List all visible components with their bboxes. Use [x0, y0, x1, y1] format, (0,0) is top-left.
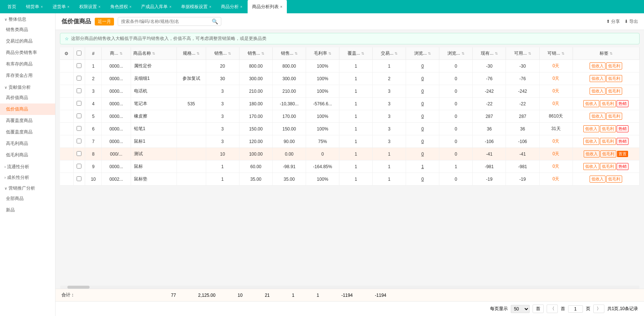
column-spec[interactable]: 规格... ⇅: [177, 47, 206, 60]
sidebar-item-high-margin[interactable]: 高毛利商品: [0, 138, 55, 149]
cell-views1[interactable]: 0: [406, 85, 439, 98]
filter-button[interactable]: 近一月: [95, 18, 114, 26]
cell-views1[interactable]: 0: [406, 60, 439, 72]
views-link[interactable]: 0: [421, 126, 424, 132]
sidebar-group-contribution[interactable]: ∨ 贡献值分析: [0, 81, 55, 92]
column-views1[interactable]: 浏览... ⇅: [406, 47, 439, 60]
sidebar-item-low-value[interactable]: 低价值商品: [0, 103, 55, 115]
column-gross-rate[interactable]: 毛利率 ⇅: [306, 47, 339, 60]
close-icon[interactable]: ×: [280, 5, 282, 9]
column-code[interactable]: 商... ⇅: [102, 47, 131, 60]
row-checkbox[interactable]: [77, 88, 81, 93]
cell-checkbox[interactable]: [73, 160, 85, 173]
views-link[interactable]: 0: [421, 114, 424, 119]
row-checkbox[interactable]: [77, 139, 81, 143]
sidebar-group-circulation[interactable]: › 流通性分析: [0, 161, 55, 171]
column-checkbox[interactable]: [73, 47, 85, 60]
first-page-button[interactable]: 首: [533, 305, 544, 313]
sidebar-group-overall[interactable]: ∨ 整体信息: [0, 13, 55, 24]
cell-checkbox[interactable]: [73, 98, 85, 110]
row-checkbox[interactable]: [77, 151, 81, 156]
column-sales-avg[interactable]: 销售... ⇅: [272, 47, 306, 60]
sidebar-item-sales-products[interactable]: 销售类商品: [0, 24, 55, 35]
nav-product-analysis-list[interactable]: 商品分析列表 ×: [248, 0, 287, 13]
sidebar-item-stock-capital[interactable]: 库存资金占用: [0, 70, 55, 81]
per-page-select[interactable]: 50 100: [511, 305, 530, 313]
nav-product-analysis[interactable]: 商品分析 ×: [217, 0, 247, 13]
column-settings[interactable]: ⚙: [60, 47, 73, 60]
sidebar-item-high-value[interactable]: 高价值商品: [0, 92, 55, 103]
cell-views1[interactable]: 1: [406, 160, 439, 173]
close-icon[interactable]: ×: [67, 5, 70, 9]
page-number-input[interactable]: [568, 305, 583, 313]
row-checkbox[interactable]: [77, 101, 81, 106]
sidebar-item-traded-products[interactable]: 交易过的商品: [0, 35, 55, 47]
nav-template-setting[interactable]: 单据模板设置 ×: [177, 0, 216, 13]
row-checkbox[interactable]: [77, 176, 81, 181]
cell-checkbox[interactable]: [73, 173, 85, 186]
cell-checkbox[interactable]: [73, 148, 85, 160]
views-link[interactable]: 0: [421, 152, 424, 157]
column-current-stock[interactable]: 现有... ⇅: [473, 47, 506, 60]
cell-views1[interactable]: 0: [406, 123, 439, 135]
next-page-button[interactable]: 〉: [593, 305, 604, 313]
cell-checkbox[interactable]: [73, 72, 85, 85]
nav-purchase-order[interactable]: 进货单 ×: [48, 0, 74, 13]
cell-checkbox[interactable]: [73, 110, 85, 123]
row-checkbox[interactable]: [77, 113, 81, 118]
share-button[interactable]: ⬆ 分享: [606, 18, 620, 25]
sidebar-group-growth[interactable]: › 成长性分析: [0, 171, 55, 182]
column-available[interactable]: 可用... ⇅: [506, 47, 539, 60]
cell-checkbox[interactable]: [73, 85, 85, 98]
cell-views1[interactable]: 0: [406, 110, 439, 123]
cell-checkbox[interactable]: [73, 135, 85, 148]
close-icon[interactable]: ×: [209, 5, 211, 9]
cell-views1[interactable]: 0: [406, 148, 439, 160]
column-sales-qty[interactable]: 销售... ⇅: [206, 47, 239, 60]
row-checkbox[interactable]: [77, 126, 81, 131]
close-icon[interactable]: ×: [130, 5, 132, 9]
scrollbar-thumb[interactable]: [67, 286, 90, 289]
search-input[interactable]: [121, 19, 209, 24]
sidebar-item-all-products[interactable]: 全部商品: [0, 193, 55, 204]
column-sales-amount[interactable]: 销售... ⇅: [239, 47, 272, 60]
cell-views1[interactable]: 0: [406, 135, 439, 148]
nav-role-auth[interactable]: 角色授权 ×: [106, 0, 136, 13]
column-views2[interactable]: 浏览... ⇅: [439, 47, 473, 60]
export-button[interactable]: ⬇ 导出: [624, 18, 638, 25]
nav-home[interactable]: 首页: [3, 0, 21, 13]
select-all-checkbox[interactable]: [77, 51, 81, 55]
sidebar-item-low-coverage[interactable]: 低覆盖度商品: [0, 126, 55, 138]
row-checkbox[interactable]: [77, 164, 81, 169]
sidebar-item-stock-products[interactable]: 有库存的商品: [0, 58, 55, 70]
cell-views1[interactable]: 0: [406, 72, 439, 85]
prev-page-button[interactable]: 〈: [547, 305, 558, 313]
search-icon[interactable]: 🔍: [212, 18, 218, 24]
close-icon[interactable]: ×: [98, 5, 101, 9]
close-icon[interactable]: ×: [240, 5, 242, 9]
row-checkbox[interactable]: [77, 63, 81, 68]
column-transaction[interactable]: 交易... ⇅: [373, 47, 406, 60]
column-saleable[interactable]: 可销... ⇅: [539, 47, 573, 60]
nav-product-inbound[interactable]: 产成品入库单 ×: [137, 0, 176, 13]
close-icon[interactable]: ×: [41, 5, 43, 9]
cell-checkbox[interactable]: [73, 60, 85, 72]
row-checkbox[interactable]: [77, 76, 81, 81]
column-coverage[interactable]: 覆盖... ⇅: [339, 47, 373, 60]
views-link[interactable]: 0: [421, 64, 424, 69]
nav-sales-order[interactable]: 销货单 ×: [21, 0, 47, 13]
views-link[interactable]: 0: [421, 89, 424, 94]
column-tags[interactable]: 标签 ⇅: [573, 47, 639, 60]
cell-views1[interactable]: 0: [406, 98, 439, 110]
views-link[interactable]: 0: [421, 101, 424, 106]
sidebar-group-marketing[interactable]: ∨ 营销推广分析: [0, 182, 55, 193]
horizontal-scrollbar[interactable]: [60, 286, 640, 289]
sidebar-item-category-rate[interactable]: 商品分类销售率: [0, 47, 55, 58]
views-link[interactable]: 0: [421, 76, 424, 81]
cell-views1[interactable]: 0: [406, 173, 439, 186]
nav-permission[interactable]: 权限设置 ×: [75, 0, 105, 13]
views-link[interactable]: 0: [421, 177, 424, 182]
views-link[interactable]: 0: [421, 139, 424, 144]
sidebar-item-new-products[interactable]: 新品: [0, 204, 55, 216]
column-name[interactable]: 商品名称 ⇅: [131, 47, 177, 60]
